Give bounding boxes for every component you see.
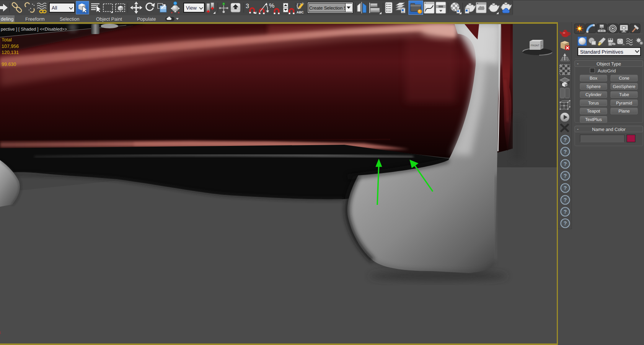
svg-text:Cylinder: Cylinder	[585, 93, 602, 97]
svg-text:Populate: Populate	[137, 16, 156, 22]
svg-text:Plane: Plane	[618, 109, 629, 114]
svg-text:pective ] [ Shaded ] <<Disabl: pective ] [ Shaded ] <<Disabled>>	[1, 27, 67, 32]
svg-text:?: ?	[564, 185, 567, 191]
svg-text:Object Paint: Object Paint	[96, 16, 122, 22]
svg-text:120,131: 120,131	[2, 50, 19, 55]
svg-text:Selection: Selection	[60, 16, 79, 22]
svg-text:AutoGrid: AutoGrid	[598, 68, 616, 74]
svg-text:TextPlus: TextPlus	[585, 118, 602, 122]
svg-text:?: ?	[564, 173, 567, 179]
svg-text:FRONT: FRONT	[531, 44, 539, 47]
svg-text:Pyramid: Pyramid	[616, 101, 632, 106]
svg-text:Cone: Cone	[619, 76, 629, 81]
svg-text:All: All	[52, 5, 57, 11]
svg-text:%: %	[269, 3, 274, 9]
svg-text:Tube: Tube	[619, 93, 629, 97]
svg-text:ABC: ABC	[297, 10, 303, 14]
svg-text:deling: deling	[1, 16, 13, 22]
svg-text:Total: Total	[2, 37, 11, 43]
svg-text:Name and Color: Name and Color	[592, 127, 625, 132]
svg-text:Y: Y	[541, 45, 543, 47]
svg-text:Box: Box	[590, 76, 597, 81]
svg-text:?: ?	[564, 161, 567, 167]
svg-text:Teapot: Teapot	[587, 109, 600, 114]
svg-text:Standard Primitives: Standard Primitives	[580, 49, 623, 55]
svg-text:Sphere: Sphere	[586, 85, 600, 89]
svg-text:View: View	[186, 5, 197, 11]
svg-text:?: ?	[564, 209, 567, 215]
svg-text:x: x	[0, 330, 1, 335]
svg-text:?: ?	[564, 220, 567, 226]
svg-text:-: -	[577, 126, 579, 132]
svg-text:-: -	[577, 61, 579, 66]
svg-text:?: ?	[564, 137, 567, 143]
svg-text:3: 3	[246, 3, 249, 10]
svg-text:Freeform: Freeform	[25, 16, 45, 22]
svg-text:Torus: Torus	[588, 101, 599, 106]
svg-text:Create Selection Se: Create Selection Se	[309, 5, 349, 11]
svg-text:Object Type: Object Type	[597, 61, 621, 67]
svg-text:99.630: 99.630	[2, 62, 16, 67]
svg-text:107,956: 107,956	[2, 44, 19, 49]
svg-text:?: ?	[564, 149, 567, 155]
svg-text:?: ?	[564, 197, 567, 203]
svg-text:GeoSphere: GeoSphere	[613, 85, 636, 89]
